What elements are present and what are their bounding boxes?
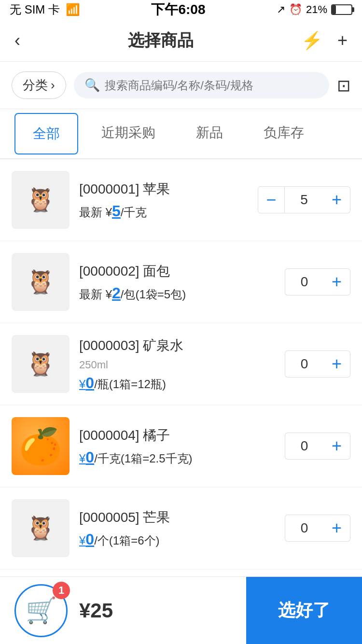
- product-price: 最新 ¥5/千克: [79, 202, 248, 220]
- price-value: 0: [85, 531, 94, 548]
- search-area: 分类 › 🔍 ⊡: [0, 62, 362, 109]
- quantity-control: +: [285, 515, 350, 542]
- quantity-control: +: [285, 268, 350, 295]
- tab-negative[interactable]: 负库存: [246, 113, 321, 154]
- quantity-input[interactable]: [285, 350, 323, 378]
- nav-actions: ⚡ +: [301, 30, 348, 51]
- battery-text: 21%: [306, 3, 327, 16]
- cart-badge: 1: [53, 582, 70, 599]
- product-list: 🦉 [0000001] 苹果 最新 ¥5/千克 − + 🦉 [0000002] …: [0, 159, 362, 644]
- category-button[interactable]: 分类 ›: [12, 71, 66, 99]
- tab-recent[interactable]: 近期采购: [84, 113, 173, 154]
- placeholder-logo: 🦉: [26, 186, 55, 213]
- quantity-input[interactable]: [285, 268, 323, 295]
- alarm-icon: ⏰: [289, 3, 302, 16]
- status-bar: 无 SIM 卡 📶 下午6:08 ↗ ⏰ 21%: [0, 0, 362, 19]
- price-latest-label: 最新 ¥: [79, 206, 112, 219]
- list-item: 🦉 [0000001] 苹果 最新 ¥5/千克 − +: [0, 159, 362, 240]
- price-value: 5: [112, 202, 121, 220]
- product-name: [0000005] 芒果: [79, 508, 275, 527]
- nav-bar: ‹ 选择商品 ⚡ +: [0, 19, 362, 62]
- price-unit: /千克(1箱=2.5千克): [94, 452, 192, 465]
- price-unit: /千克: [121, 206, 147, 219]
- price-unit: /个(1箱=6个): [94, 534, 159, 547]
- product-name: [0000004] 橘子: [79, 426, 275, 445]
- wifi-icon: 📶: [66, 3, 80, 16]
- placeholder-logo: 🦉: [26, 515, 55, 542]
- search-icon: 🔍: [84, 78, 100, 93]
- product-price: 最新 ¥2/包(1袋=5包): [79, 284, 275, 302]
- increase-button[interactable]: +: [323, 350, 350, 378]
- battery-icon: [331, 4, 352, 15]
- total-price: ¥25: [79, 599, 246, 622]
- category-label: 分类: [23, 77, 48, 94]
- search-input[interactable]: [105, 79, 319, 92]
- product-info: [0000002] 面包 最新 ¥2/包(1袋=5包): [79, 262, 275, 302]
- product-image: 🦉: [12, 335, 70, 393]
- quantity-control: +: [285, 433, 350, 460]
- cart-icon: 🛒: [26, 596, 57, 625]
- product-name: [0000002] 面包: [79, 262, 275, 280]
- price-latest-label: 最新 ¥: [79, 288, 112, 301]
- product-name: [0000003] 矿泉水: [79, 336, 275, 355]
- quantity-input[interactable]: [285, 186, 323, 213]
- increase-button[interactable]: +: [323, 268, 350, 295]
- product-image: 🦉: [12, 499, 70, 557]
- bottom-bar: 🛒 1 ¥25 选好了: [0, 576, 362, 644]
- product-image: 🦉: [12, 253, 70, 311]
- quantity-control: +: [285, 350, 350, 378]
- product-info: [0000004] 橘子 ¥0/千克(1箱=2.5千克): [79, 426, 275, 466]
- price-value: 0: [85, 448, 94, 466]
- product-info: [0000001] 苹果 最新 ¥5/千克: [79, 180, 248, 220]
- price-value: 0: [85, 374, 94, 392]
- increase-button[interactable]: +: [323, 433, 350, 460]
- tabs-area: 全部 近期采购 新品 负库存: [0, 109, 362, 159]
- product-info: [0000005] 芒果 ¥0/个(1箱=6个): [79, 508, 275, 548]
- placeholder-logo: 🦉: [26, 350, 55, 378]
- increase-button[interactable]: +: [323, 515, 350, 542]
- price-value: 2: [112, 284, 121, 302]
- confirm-button[interactable]: 选好了: [246, 577, 362, 644]
- search-input-wrap: 🔍: [74, 72, 329, 98]
- cart-button[interactable]: 🛒 1: [14, 584, 68, 637]
- price-unit: /包(1袋=5包): [121, 288, 186, 301]
- quantity-input[interactable]: [285, 433, 323, 460]
- tab-new[interactable]: 新品: [179, 113, 240, 154]
- product-price: ¥0/瓶(1箱=12瓶): [79, 374, 275, 392]
- status-left: 无 SIM 卡 📶: [10, 2, 80, 17]
- page-title: 选择商品: [128, 29, 194, 52]
- quantity-input[interactable]: [285, 515, 323, 542]
- location-icon: ↗: [277, 3, 285, 16]
- product-info: [0000003] 矿泉水 250ml ¥0/瓶(1箱=12瓶): [79, 336, 275, 392]
- scan-icon[interactable]: ⊡: [337, 76, 350, 95]
- category-arrow-icon: ›: [51, 78, 55, 93]
- quantity-control: − +: [258, 186, 350, 213]
- back-button[interactable]: ‹: [14, 30, 20, 51]
- status-right: ↗ ⏰ 21%: [277, 3, 352, 16]
- product-image: 🦉: [12, 171, 70, 229]
- product-price: ¥0/千克(1箱=2.5千克): [79, 448, 275, 466]
- list-item: 🦉 [0000003] 矿泉水 250ml ¥0/瓶(1箱=12瓶) +: [0, 323, 362, 405]
- product-name: [0000001] 苹果: [79, 180, 248, 198]
- add-icon[interactable]: +: [337, 30, 348, 51]
- carrier-text: 无 SIM 卡: [10, 2, 60, 17]
- list-item: 🦉 [0000002] 面包 最新 ¥2/包(1袋=5包) +: [0, 241, 362, 322]
- product-image-orange: [12, 417, 70, 475]
- placeholder-logo: 🦉: [26, 268, 55, 295]
- status-time: 下午6:08: [151, 0, 205, 19]
- filter-icon[interactable]: ⚡: [301, 30, 323, 51]
- list-item: 🦉 [0000005] 芒果 ¥0/个(1箱=6个) +: [0, 488, 362, 569]
- price-unit: /瓶(1箱=12瓶): [94, 378, 166, 391]
- increase-button[interactable]: +: [323, 186, 350, 213]
- list-item: [0000004] 橘子 ¥0/千克(1箱=2.5千克) +: [0, 406, 362, 487]
- product-spec: 250ml: [79, 359, 275, 371]
- product-price: ¥0/个(1箱=6个): [79, 531, 275, 548]
- tab-all[interactable]: 全部: [14, 113, 78, 154]
- decrease-button[interactable]: −: [258, 186, 285, 213]
